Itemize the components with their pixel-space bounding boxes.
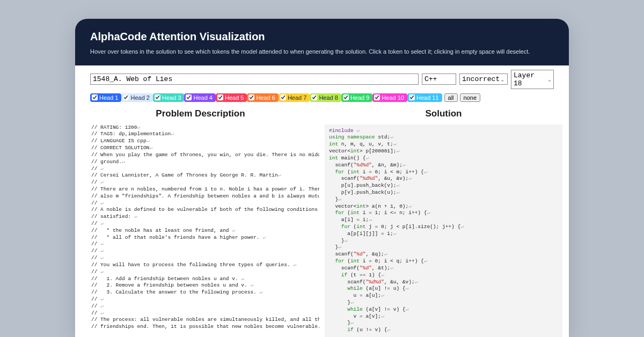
head-label: Head 7 [288, 94, 306, 101]
language-select[interactable]: C++ [422, 74, 456, 85]
head-label: Head 8 [319, 94, 338, 101]
head-checkbox-3[interactable] [155, 94, 160, 100]
app-window: AlphaCode Attention Visualization Hover … [75, 19, 569, 337]
head-toggle-9[interactable]: Head 9 [341, 93, 372, 102]
problem-heading: Problem Description [82, 108, 319, 119]
head-label: Head 1 [99, 94, 118, 101]
head-toggle-11[interactable]: Head 11 [407, 93, 442, 102]
head-checkbox-5[interactable] [217, 94, 223, 100]
content-area: Problem Description // RATING: 1200↵ // … [75, 105, 569, 337]
head-label: Head 4 [193, 94, 212, 101]
head-label: Head 5 [225, 94, 244, 101]
head-checkbox-7[interactable] [280, 94, 286, 100]
page-title: AlphaCode Attention Visualization [90, 31, 554, 43]
solution-column: Solution #include ↵ using namespace std;… [325, 108, 562, 337]
controls-row-1: 1548_A. Web of Lies C++ incorrect Layer … [90, 70, 554, 89]
layer-select[interactable]: Layer 18 [511, 70, 554, 89]
head-toggle-5[interactable]: Head 5 [216, 93, 247, 102]
header: AlphaCode Attention Visualization Hover … [75, 19, 569, 65]
head-toggle-6[interactable]: Head 6 [247, 93, 278, 102]
controls-bar: 1548_A. Web of Lies C++ incorrect Layer … [75, 65, 569, 105]
head-toggle-10[interactable]: Head 10 [372, 93, 407, 102]
head-checkbox-4[interactable] [186, 94, 192, 100]
head-toggle-1[interactable]: Head 1 [90, 93, 121, 102]
head-label: Head 11 [416, 94, 439, 101]
head-toggle-7[interactable]: Head 7 [279, 93, 310, 102]
head-checkbox-9[interactable] [343, 94, 349, 100]
solution-code[interactable]: #include ↵ using namespace std;↵ int n, … [325, 124, 562, 337]
head-checkbox-10[interactable] [374, 94, 380, 100]
head-checkbox-8[interactable] [311, 94, 317, 100]
head-checkbox-11[interactable] [409, 94, 415, 100]
page-subtitle: Hover over tokens in the solution to see… [90, 48, 554, 55]
head-checkbox-6[interactable] [248, 94, 254, 100]
problem-column: Problem Description // RATING: 1200↵ // … [82, 108, 319, 337]
none-button[interactable]: none [460, 93, 480, 102]
head-label: Head 3 [162, 94, 181, 101]
problem-select[interactable]: 1548_A. Web of Lies [90, 74, 419, 85]
head-checkbox-2[interactable] [123, 94, 129, 100]
head-label: Head 9 [350, 94, 369, 101]
all-button[interactable]: all [444, 93, 458, 102]
head-toggle-2[interactable]: Head 2 [121, 93, 152, 102]
head-toggle-4[interactable]: Head 4 [184, 93, 215, 102]
head-checkbox-1[interactable] [92, 94, 98, 100]
head-toggle-8[interactable]: Head 8 [310, 93, 341, 102]
problem-text[interactable]: // RATING: 1200↵ // TAGS: dp,implementat… [82, 124, 319, 331]
status-select[interactable]: incorrect [459, 74, 508, 85]
head-label: Head 10 [382, 94, 404, 101]
head-label: Head 6 [256, 94, 275, 101]
solution-heading: Solution [325, 108, 562, 119]
controls-row-2: Head 1Head 2Head 3Head 4Head 5Head 6Head… [90, 93, 554, 102]
head-toggle-3[interactable]: Head 3 [153, 93, 184, 102]
head-label: Head 2 [130, 94, 149, 101]
